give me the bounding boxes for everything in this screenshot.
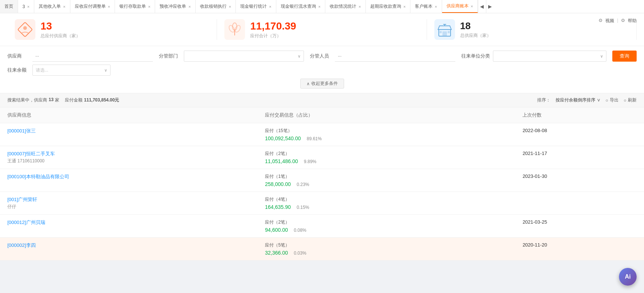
table-row: [000002]李四应付（5笔）32,366.000.03%2020-11-20 — [0, 238, 644, 261]
export-button[interactable]: ○ 导出 — [606, 97, 619, 103]
nav-tab-cashflow[interactable]: 现金银行流水查询 × — [276, 0, 325, 13]
nav-tab-cash-bank-label: 现金银行统计 — [240, 3, 267, 10]
nav-tab-collection[interactable]: 收款核销执行 × — [196, 0, 236, 13]
svg-point-2 — [23, 26, 27, 30]
filter-area: 供应商 分管部门 ∨ 分管人员 往来单位分类 ∨ 查询 — [0, 46, 644, 93]
last-payment-cell: 2023-01-30 — [515, 169, 644, 192]
payable-count: 应付（15笔） — [265, 128, 508, 134]
filter-category: 往来单位分类 ∨ — [461, 51, 607, 62]
supplier-table: 供应商信息 应付交易信息（占比） 上次付数 [000001]张三应付（15笔）1… — [0, 107, 644, 261]
nav-prev-arrow[interactable]: ◀ — [478, 0, 486, 13]
nav-tab-overdue[interactable]: 超期应收款查询 × — [366, 0, 410, 13]
payable-amount[interactable]: 164,635.90 — [265, 204, 291, 210]
payable-total-label: 应付合计（万） — [250, 33, 296, 39]
close-icon[interactable]: × — [471, 4, 473, 8]
svg-rect-11 — [440, 31, 442, 33]
filter-balance: 往来余额 请选... ∨ — [7, 65, 111, 76]
col-payable-info: 应付交易信息（占比） — [258, 107, 515, 123]
chevron-down-icon: ∨ — [298, 54, 301, 59]
nav-tab-supplier-ledger[interactable]: 供应商账本 × — [442, 0, 478, 13]
summary-card-payable-suppliers: 13 总应付供应商（家） — [7, 19, 217, 40]
nav-tab-customer-ledger[interactable]: 客户账本 × — [410, 0, 442, 13]
close-icon[interactable]: × — [27, 4, 29, 9]
supplier-input[interactable] — [32, 51, 153, 62]
supplier-link[interactable]: [000100]本特勒油品有限公司 — [7, 174, 69, 179]
nav-tab-home-label: 首页 — [4, 3, 13, 10]
result-bar: 搜索结果中，供应商 13 家 应付金额 111,703,854.00元 排序： … — [0, 93, 644, 107]
payable-amount[interactable]: 32,366.00 — [265, 250, 288, 256]
supplier-link[interactable]: [001]广州荣轩 — [7, 197, 37, 202]
video-link[interactable]: 视频 — [605, 18, 614, 24]
supplier-link[interactable]: [000012]广州贝瑞 — [7, 220, 45, 225]
nav-tab-adjustment[interactable]: 应收应付调整单 × — [70, 0, 115, 13]
nav-tab-other-income[interactable]: 其他收入单 × — [34, 0, 70, 13]
payable-amount[interactable]: 94,600.00 — [265, 227, 288, 233]
payable-row: 94,600.000.08% — [265, 227, 508, 233]
filter-supplier: 供应商 — [7, 51, 153, 62]
close-icon[interactable]: × — [403, 4, 406, 9]
payable-row: 11,051,486.009.89% — [265, 158, 508, 164]
supplier-cell: [000002]李四 — [0, 238, 258, 261]
balance-placeholder: 请选... — [36, 67, 48, 73]
supplier-link[interactable]: [000001]张三 — [7, 128, 36, 134]
payable-row: 258,000.000.23% — [265, 181, 508, 187]
close-icon[interactable]: × — [188, 4, 190, 9]
result-supplier-count: 13 — [49, 97, 53, 103]
category-select[interactable]: ∨ — [493, 51, 607, 62]
close-icon[interactable]: × — [318, 4, 321, 9]
close-icon[interactable]: × — [435, 4, 437, 9]
payable-amount[interactable]: 11,051,486.00 — [265, 158, 298, 164]
result-summary-text: 搜索结果中，供应商 13 家 应付金额 111,703,854.00元 — [7, 97, 119, 103]
person-input[interactable] — [335, 51, 455, 62]
supplier-link[interactable]: [000002]李四 — [7, 242, 36, 248]
money-icon — [224, 19, 245, 40]
close-icon[interactable]: × — [229, 4, 231, 9]
close-icon[interactable]: × — [63, 4, 65, 9]
summary-card-payable-total: 11,170.39 应付合计（万） — [217, 19, 427, 40]
supplier-link[interactable]: [000007]恒旺二手叉车 — [7, 151, 55, 156]
balance-filter-label: 往来余额 — [7, 67, 29, 73]
total-suppliers-label: 总供应商（家） — [460, 32, 491, 39]
payable-row: 164,635.900.15% — [265, 204, 508, 210]
export-icon: ○ — [606, 98, 608, 103]
total-suppliers-info: 18 总供应商（家） — [460, 20, 491, 39]
result-supplier-unit: 家 — [55, 97, 59, 103]
nav-tab-3[interactable]: 3 × — [18, 0, 34, 13]
table-body: [000001]张三应付（15笔）100,092,540.0089.61%202… — [0, 123, 644, 261]
payable-cell: 应付（5笔）32,366.000.03% — [258, 238, 515, 261]
nav-tab-collection-stat[interactable]: 收款情况统计 × — [325, 0, 365, 13]
collapse-button[interactable]: ∧ 收起更多条件 — [300, 79, 344, 89]
nav-tab-overdue-label: 超期应收款查询 — [370, 3, 401, 10]
nav-tab-adjustment-label: 应收应付调整单 — [75, 3, 106, 10]
nav-tab-advance[interactable]: 预收冲应收单 × — [155, 0, 195, 13]
nav-tab-bank[interactable]: 银行存取款单 × — [115, 0, 155, 13]
search-button[interactable]: 查询 — [612, 51, 637, 62]
supplier-cell: [000012]广州贝瑞 — [0, 215, 258, 238]
dept-filter-label: 分管部门 — [159, 53, 181, 59]
nav-tab-cash-bank[interactable]: 现金银行统计 × — [236, 0, 276, 13]
payable-row: 32,366.000.03% — [265, 250, 508, 256]
close-icon[interactable]: × — [108, 4, 110, 9]
payable-total-amount: 11,170.39 — [250, 20, 296, 32]
close-icon[interactable]: × — [358, 4, 361, 9]
refresh-button[interactable]: ○ 刷新 — [624, 97, 637, 103]
supplier-cell: [001]广州荣轩仔仔 — [0, 192, 258, 215]
table-row: [000001]张三应付（15笔）100,092,540.0089.61%202… — [0, 123, 644, 146]
nav-tab-home[interactable]: 首页 — [0, 0, 18, 13]
last-payment-cell — [515, 192, 644, 215]
payable-amount[interactable]: 100,092,540.00 — [265, 135, 301, 141]
payable-percentage: 9.89% — [304, 159, 316, 164]
last-payment-cell: 2022-08-08 — [515, 123, 644, 146]
balance-select[interactable]: 请选... ∨ — [32, 65, 111, 76]
dept-select[interactable]: ∨ — [184, 51, 304, 62]
sort-select[interactable]: 按应付余额倒序排序 ∨ — [556, 97, 600, 103]
supplier-sub-info: 王通 17106110000 — [7, 158, 250, 164]
payable-amount[interactable]: 258,000.00 — [265, 181, 291, 187]
help-link[interactable]: 帮助 — [628, 18, 637, 24]
close-icon[interactable]: × — [269, 4, 271, 9]
close-icon[interactable]: × — [148, 4, 150, 9]
col-supplier-info: 供应商信息 — [0, 107, 258, 123]
collapse-icon: ∧ — [307, 81, 310, 86]
table-row: [000007]恒旺二手叉车王通 17106110000应付（2笔）11,051… — [0, 146, 644, 169]
nav-next-arrow[interactable]: ▶ — [486, 0, 494, 13]
